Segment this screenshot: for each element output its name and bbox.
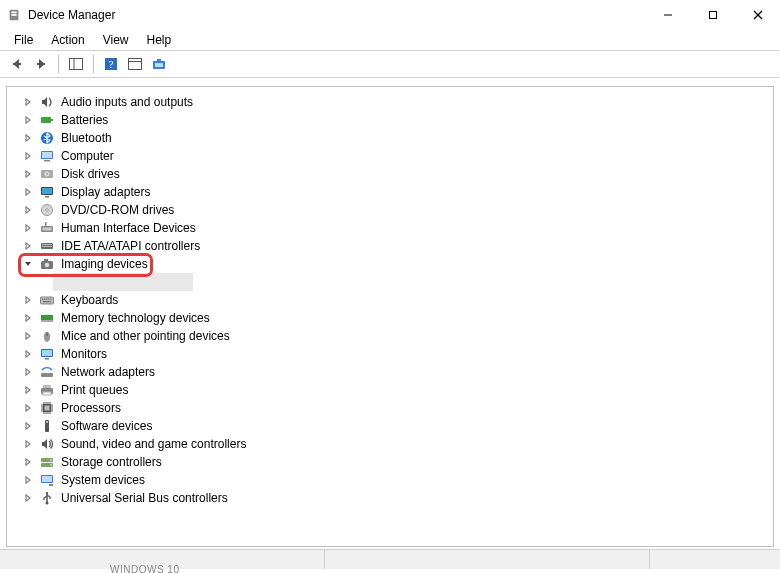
- printer-icon: [39, 382, 55, 398]
- svg-rect-22: [42, 152, 52, 158]
- svg-rect-82: [51, 411, 53, 412]
- svg-rect-76: [48, 412, 49, 414]
- tree-node-label: Human Interface Devices: [59, 220, 198, 236]
- tree-node[interactable]: Audio inputs and outputs: [21, 93, 773, 111]
- svg-rect-28: [42, 188, 52, 194]
- chevron-right-icon[interactable]: [21, 293, 35, 307]
- system-icon: [39, 472, 55, 488]
- svg-rect-72: [46, 412, 47, 414]
- svg-rect-58: [42, 350, 52, 356]
- svg-rect-90: [42, 476, 52, 482]
- chevron-right-icon[interactable]: [21, 95, 35, 109]
- tree-node-label: Display adapters: [59, 184, 152, 200]
- tree-node[interactable]: Storage controllers: [21, 453, 773, 471]
- tree-node[interactable]: Mice and other pointing devices: [21, 327, 773, 345]
- chevron-right-icon[interactable]: [21, 347, 35, 361]
- tree-node-label: Computer: [59, 148, 116, 164]
- chevron-right-icon[interactable]: [21, 329, 35, 343]
- tree-node-label: Storage controllers: [59, 454, 164, 470]
- tree-node[interactable]: Universal Serial Bus controllers: [21, 489, 773, 507]
- chevron-right-icon[interactable]: [21, 221, 35, 235]
- tree-node[interactable]: Computer: [21, 147, 773, 165]
- tree-node[interactable]: Monitors: [21, 345, 773, 363]
- tree-node[interactable]: Network adapters: [21, 363, 773, 381]
- tree-child-placeholder[interactable]: [53, 273, 193, 291]
- tree-node[interactable]: Sound, video and game controllers: [21, 435, 773, 453]
- tree-node-label: Universal Serial Bus controllers: [59, 490, 230, 506]
- bottom-bars: WINDOWS 10: [0, 549, 780, 573]
- toolbar-separator: [93, 55, 94, 73]
- menu-view[interactable]: View: [95, 31, 137, 49]
- tree-node[interactable]: Bluetooth: [21, 129, 773, 147]
- tree-node-label: IDE ATA/ATAPI controllers: [59, 238, 202, 254]
- chevron-right-icon[interactable]: [21, 239, 35, 253]
- svg-rect-75: [48, 402, 49, 404]
- tree-node[interactable]: Processors: [21, 399, 773, 417]
- device-tree-panel[interactable]: Audio inputs and outputsBatteriesBluetoo…: [6, 86, 774, 547]
- svg-rect-50: [44, 320, 45, 322]
- window-title: Device Manager: [28, 8, 115, 22]
- chevron-right-icon[interactable]: [21, 311, 35, 325]
- memory-icon: [39, 310, 55, 326]
- menu-help[interactable]: Help: [139, 31, 180, 49]
- menu-bar: File Action View Help: [0, 30, 780, 50]
- status-segment: [650, 550, 780, 569]
- tree-node[interactable]: Software devices: [21, 417, 773, 435]
- scan-hardware-button[interactable]: [148, 53, 170, 75]
- chevron-right-icon[interactable]: [21, 383, 35, 397]
- keyboard-icon: [39, 292, 55, 308]
- chevron-right-icon[interactable]: [21, 185, 35, 199]
- chevron-right-icon[interactable]: [21, 455, 35, 469]
- show-hide-console-tree-button[interactable]: [65, 53, 87, 75]
- tree-node[interactable]: DVD/CD-ROM drives: [21, 201, 773, 219]
- tree-node[interactable]: Imaging devices: [21, 255, 773, 273]
- tree-node-label: Bluetooth: [59, 130, 114, 146]
- back-button[interactable]: [6, 53, 28, 75]
- tree-node[interactable]: Disk drives: [21, 165, 773, 183]
- chevron-right-icon[interactable]: [21, 149, 35, 163]
- maximize-button[interactable]: [690, 0, 735, 30]
- tree-node[interactable]: Batteries: [21, 111, 773, 129]
- close-button[interactable]: [735, 0, 780, 30]
- svg-point-61: [43, 374, 45, 376]
- tree-node[interactable]: System devices: [21, 471, 773, 489]
- toolbar-separator: [58, 55, 59, 73]
- window-controls: [645, 0, 780, 30]
- chevron-right-icon[interactable]: [21, 401, 35, 415]
- menu-action[interactable]: Action: [43, 31, 92, 49]
- chevron-right-icon[interactable]: [21, 131, 35, 145]
- app-icon: [6, 7, 22, 23]
- chevron-right-icon[interactable]: [21, 419, 35, 433]
- svg-rect-52: [48, 320, 49, 322]
- svg-rect-45: [48, 299, 49, 300]
- chevron-right-icon[interactable]: [21, 365, 35, 379]
- tree-node[interactable]: Memory technology devices: [21, 309, 773, 327]
- svg-rect-46: [50, 299, 51, 300]
- help-button[interactable]: ?: [100, 53, 122, 75]
- tree-node[interactable]: Keyboards: [21, 291, 773, 309]
- watermark-text: WINDOWS 10: [110, 564, 179, 573]
- chevron-right-icon[interactable]: [21, 491, 35, 505]
- tree-node-label: Network adapters: [59, 364, 157, 380]
- chevron-down-icon[interactable]: [21, 257, 35, 271]
- tree-node-label: Imaging devices: [59, 256, 150, 272]
- chevron-right-icon[interactable]: [21, 113, 35, 127]
- tree-node-label: Mice and other pointing devices: [59, 328, 232, 344]
- svg-rect-60: [41, 373, 53, 377]
- menu-file[interactable]: File: [6, 31, 41, 49]
- camera-icon: [39, 256, 55, 272]
- svg-point-92: [46, 502, 49, 505]
- tree-node[interactable]: Human Interface Devices: [21, 219, 773, 237]
- forward-button[interactable]: [30, 53, 52, 75]
- properties-button[interactable]: [124, 53, 146, 75]
- tree-node-label: Audio inputs and outputs: [59, 94, 195, 110]
- chevron-right-icon[interactable]: [21, 203, 35, 217]
- tree-node[interactable]: Display adapters: [21, 183, 773, 201]
- chevron-right-icon[interactable]: [21, 167, 35, 181]
- chevron-right-icon[interactable]: [21, 437, 35, 451]
- chevron-right-icon[interactable]: [21, 473, 35, 487]
- minimize-button[interactable]: [645, 0, 690, 30]
- tree-node-label: Disk drives: [59, 166, 122, 182]
- tree-node[interactable]: IDE ATA/ATAPI controllers: [21, 237, 773, 255]
- tree-node[interactable]: Print queues: [21, 381, 773, 399]
